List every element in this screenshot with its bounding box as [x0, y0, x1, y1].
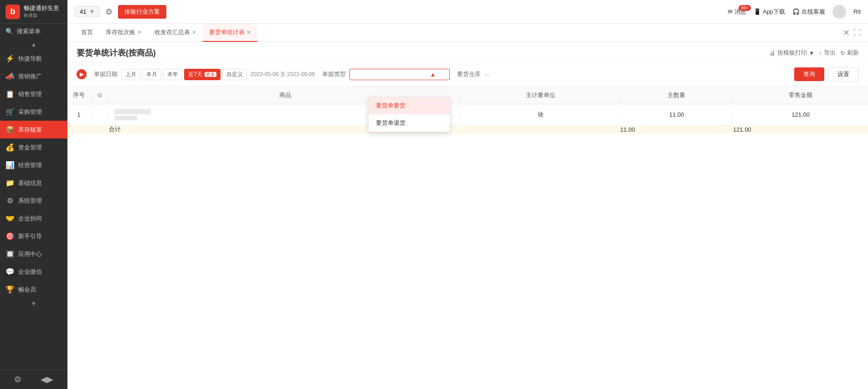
tab-order-stats[interactable]: 要货单统计表 ✕	[203, 24, 257, 42]
wechat-icon: 💬	[5, 267, 15, 276]
table-settings-icon[interactable]: ⚙	[97, 92, 103, 99]
message-button[interactable]: ✉ 消息 99+	[728, 8, 746, 16]
sidebar-item-enterprise[interactable]: 🤝 企业协同	[0, 210, 67, 227]
col-settings[interactable]: ⚙	[91, 87, 109, 104]
sidebar-scroll-down[interactable]: ▼	[0, 298, 67, 309]
col-seq: 序号	[67, 87, 91, 104]
topbar-left: 41 ▼ ⚙ 体验行业方案	[75, 5, 166, 19]
sidebar-item-label-finance: 资金管理	[18, 143, 42, 152]
tab-shipping-summary[interactable]: 收发存汇总表 ✕	[148, 24, 203, 42]
cell-qty-1: 11.00	[620, 104, 733, 125]
dropdown-item-order-return[interactable]: 要货单退货	[369, 114, 450, 132]
tab-shipping-summary-close[interactable]: ✕	[192, 29, 196, 36]
sidebar-item-member[interactable]: 🏆 畅会员	[0, 281, 67, 298]
dropdown-item-order-purchase[interactable]: 要货单要货	[369, 97, 450, 114]
sidebar-item-label-marketing: 营销推广	[18, 72, 42, 81]
print-label: 按模板打印	[777, 49, 807, 57]
sidebar-item-marketing[interactable]: 📣 营销推广	[0, 67, 67, 85]
sidebar-item-label-guide: 新手引导	[18, 232, 42, 241]
table-row: 1 块 11.00 121.00	[67, 104, 868, 125]
sidebar-bottom: ⚙ ◀▶	[0, 369, 67, 389]
total-row: 合计 11.00 121.00	[67, 125, 868, 134]
filter-actions: 查询 设置	[794, 67, 859, 82]
topbar-settings-icon[interactable]: ⚙	[105, 7, 113, 17]
query-button[interactable]: 查询	[794, 67, 824, 81]
tab-home[interactable]: 首页	[75, 24, 99, 42]
warehouse-more-icon[interactable]: ···	[484, 71, 489, 78]
date-range-display: 2023-05-06 至 2023-06-06	[251, 71, 315, 78]
sidebar-item-label-basic-info: 基础信息	[18, 179, 42, 187]
appstore-icon: 🔲	[5, 250, 15, 258]
company-selector[interactable]: 41 ▼	[75, 6, 100, 17]
filter-settings-button[interactable]: 设置	[828, 67, 859, 82]
page-title: 要货单统计表(按商品)	[77, 47, 156, 58]
sidebar-item-finance[interactable]: 💰 资金管理	[0, 138, 67, 156]
sidebar-item-system[interactable]: ⚙ 系统管理	[0, 192, 67, 210]
warehouse-filter-group: 要货仓库 ···	[457, 70, 489, 78]
search-menu[interactable]: 🔍 搜索菜单	[0, 24, 67, 39]
product-name-placeholder	[114, 109, 151, 114]
topbar-right: ✉ 消息 99+ 📱 App下载 🎧 在线客服 Rit	[728, 5, 861, 19]
export-label: 导出	[824, 49, 836, 57]
date-btn-custom[interactable]: 自定义	[222, 69, 247, 80]
export-button[interactable]: ↑ 导出	[819, 49, 836, 57]
marketing-icon: 📣	[5, 72, 15, 81]
cell-unit-1: 块	[462, 104, 620, 125]
data-table: 序号 ⚙ 商品 主计量单位 主数	[67, 87, 868, 133]
sidebar-scroll-up[interactable]: ▲	[0, 39, 67, 50]
search-icon: 🔍	[5, 28, 13, 35]
tab-order-stats-close[interactable]: ✕	[247, 29, 251, 36]
date-btn-current-year[interactable]: 本年	[163, 69, 182, 80]
filter-bar: ▶ 单据日期 上月 本月 本年 近7天 更多 自定义 2023-05-06 至 …	[67, 62, 868, 87]
topbar: 41 ▼ ⚙ 体验行业方案 ✉ 消息 99+ 📱 App下载 🎧 在线客服 Ri…	[67, 0, 868, 24]
col-qty: 主数量	[620, 87, 733, 104]
settings-bottom-btn[interactable]: ⚙	[14, 374, 21, 384]
refresh-button[interactable]: ↻ 刷新	[840, 49, 859, 57]
sidebar-item-inventory[interactable]: 📦 库存核算	[0, 121, 67, 138]
service-icon: 🎧	[792, 8, 800, 15]
app-download-button[interactable]: 📱 App下载	[754, 8, 785, 16]
service-button[interactable]: 🎧 在线客服	[792, 8, 825, 16]
tab-inventory-batch-close[interactable]: ✕	[137, 29, 142, 36]
quick-nav-icon: ⚡	[5, 54, 15, 63]
filter-toggle-btn[interactable]: ▶	[77, 69, 87, 79]
print-arrow-icon: ▼	[809, 50, 815, 56]
refresh-icon: ↻	[840, 50, 845, 56]
sidebar-item-operations[interactable]: 📊 经营管理	[0, 156, 67, 174]
tab-inventory-batch[interactable]: 库存批次账 ✕	[99, 24, 148, 42]
refresh-label: 刷新	[847, 49, 859, 57]
page-header: 要货单统计表(按商品) 🖨 按模板打印 ▼ ↑ 导出 ↻ 刷新	[67, 42, 868, 62]
collapse-sidebar-btn[interactable]: ◀▶	[41, 374, 53, 384]
promo-button[interactable]: 体验行业方案	[118, 5, 166, 19]
service-label: 在线客服	[801, 8, 825, 16]
sidebar: b 畅捷通好生意 标准版 🔍 搜索菜单 ▲ ⚡ 快捷导航 📣 营销推广 📋 销售…	[0, 0, 67, 389]
print-template-button[interactable]: 🖨 按模板打印 ▼	[770, 49, 815, 57]
close-all-tabs-icon[interactable]: ✕	[843, 28, 850, 38]
purchase-icon: 🛒	[5, 107, 15, 116]
basic-info-icon: 📁	[5, 179, 15, 187]
sidebar-item-label-member: 畅会员	[18, 286, 36, 294]
tabs-bar: 首页 库存批次账 ✕ 收发存汇总表 ✕ 要货单统计表 ✕ ✕ ⛶	[67, 24, 868, 42]
date-filter-label: 单据日期	[94, 70, 118, 78]
date-btn-last-month[interactable]: 上月	[121, 69, 140, 80]
tab-home-label: 首页	[81, 28, 93, 36]
sidebar-item-quick-nav[interactable]: ⚡ 快捷导航	[0, 50, 67, 67]
sidebar-item-appstore[interactable]: 🔲 应用中心	[0, 245, 67, 263]
date-btn-current-month[interactable]: 本月	[142, 69, 161, 80]
date-buttons: 上月 本月 本年 近7天 更多 自定义	[121, 69, 247, 80]
sidebar-item-basic-info[interactable]: 📁 基础信息	[0, 174, 67, 192]
company-arrow-icon: ▼	[89, 8, 95, 15]
total-qty: 11.00	[620, 125, 733, 134]
cell-seq-1: 1	[67, 104, 91, 125]
sidebar-item-sales[interactable]: 📋 销售管理	[0, 85, 67, 103]
sidebar-nav: ▲ ⚡ 快捷导航 📣 营销推广 📋 销售管理 🛒 采购管理 📦 库存核算 💰 资…	[0, 39, 67, 369]
tab-inventory-batch-label: 库存批次账	[106, 28, 135, 36]
date-btn-last-7days[interactable]: 近7天 更多	[184, 69, 221, 80]
type-filter-select[interactable]: ▲	[349, 69, 450, 80]
maximize-icon[interactable]: ⛶	[853, 29, 861, 37]
sidebar-item-label-inventory: 库存核算	[18, 126, 42, 134]
sidebar-item-wechat[interactable]: 💬 企业微信	[0, 263, 67, 281]
sidebar-item-guide[interactable]: 🎯 新手引导	[0, 227, 67, 245]
avatar[interactable]	[832, 5, 846, 19]
sidebar-item-purchase[interactable]: 🛒 采购管理	[0, 103, 67, 121]
